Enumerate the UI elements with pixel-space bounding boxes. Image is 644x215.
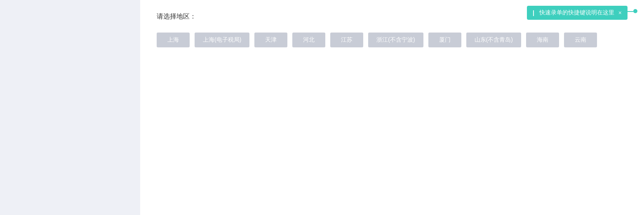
region-btn-jiangsu[interactable]: 江苏	[330, 33, 363, 47]
region-btn-xiamen[interactable]: 厦门	[428, 33, 461, 47]
tooltip-connector-line	[628, 11, 633, 12]
region-btn-yunnan[interactable]: 云南	[564, 33, 597, 47]
region-btn-hainan[interactable]: 海南	[526, 33, 559, 47]
region-btn-zhejiang[interactable]: 浙江(不含宁波)	[368, 33, 423, 47]
region-btn-shandong[interactable]: 山东(不含青岛)	[466, 33, 521, 47]
region-btn-tianjin[interactable]: 天津	[254, 33, 287, 47]
region-btn-shanghai-etax[interactable]: 上海(电子税局)	[195, 33, 249, 47]
region-btn-shanghai[interactable]: 上海	[157, 33, 190, 47]
tooltip-close-button[interactable]: ×	[618, 9, 622, 16]
tooltip-banner: 快速录单的快捷键说明在这里 ×	[527, 6, 628, 20]
region-btn-hebei[interactable]: 河北	[292, 33, 325, 47]
left-sidebar	[0, 0, 140, 215]
region-buttons: 上海上海(电子税局)天津河北江苏浙江(不含宁波)厦门山东(不含青岛)海南云南	[157, 33, 628, 47]
tooltip-connector-dot	[633, 9, 637, 13]
main-content: 请选择地区： 上海上海(电子税局)天津河北江苏浙江(不含宁波)厦门山东(不含青岛…	[140, 0, 644, 215]
tooltip-text: 快速录单的快捷键说明在这里	[539, 9, 614, 16]
